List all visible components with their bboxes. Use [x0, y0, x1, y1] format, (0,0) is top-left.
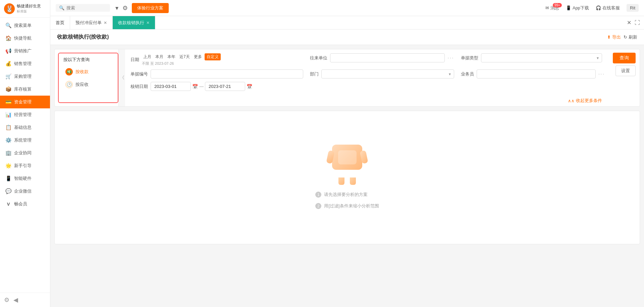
- this-year-btn[interactable]: 本年: [166, 53, 177, 60]
- more-btn[interactable]: 更多: [193, 53, 203, 60]
- search-input[interactable]: [66, 5, 107, 10]
- filter-form-area: 日期 上月 本月 本年 近7天 更多 自定义: [125, 49, 640, 106]
- filter-verify-date-field: 核销日期 📅 — 📅: [130, 82, 306, 91]
- settings-gear-icon[interactable]: ⚙: [122, 4, 128, 12]
- sidebar-item-quicknav[interactable]: 🏠 快捷导航: [0, 32, 50, 45]
- sidebar-item-label: 采购管理: [14, 73, 32, 80]
- sidebar-item-sales[interactable]: 💰 销售管理: [0, 57, 50, 70]
- verify-date-end[interactable]: [205, 82, 245, 91]
- collapse-sidebar-icon[interactable]: ◀: [13, 296, 18, 304]
- export-icon: ⬆: [607, 35, 611, 40]
- export-button[interactable]: ⬆ 导出: [607, 34, 621, 40]
- counterpart-more-icon[interactable]: ···: [447, 55, 454, 61]
- verify-date-start[interactable]: [151, 82, 191, 91]
- filter-dept-field: 部门: [310, 69, 454, 79]
- sidebar-item-label: 搜索菜单: [14, 22, 32, 29]
- verify-date-end-cal-icon[interactable]: 📅: [247, 84, 252, 89]
- gear-icon[interactable]: ▾: [115, 4, 118, 12]
- refresh-button[interactable]: ↻ 刷新: [624, 34, 637, 40]
- app-download-button[interactable]: 📱 App下载: [566, 5, 589, 11]
- receivable-option-label: 按应收: [75, 82, 89, 88]
- tab-collection[interactable]: 收款核销执行 ✕: [113, 16, 155, 29]
- tab-prepayment[interactable]: 预付冲应付单 ✕: [70, 16, 113, 29]
- sidebar-item-wechat[interactable]: 💬 企业微信: [0, 185, 50, 198]
- export-label: 导出: [612, 34, 621, 40]
- filter-option-by-receivable[interactable]: 🕐 按应收: [59, 78, 118, 91]
- sidebar-footer: ⚙ ◀: [0, 293, 50, 307]
- filter-sidebar-title: 按以下方查询: [59, 56, 118, 65]
- app-label: App下载: [573, 5, 589, 11]
- sidebar-item-guide[interactable]: 🌟 新手引导: [0, 159, 50, 172]
- maximize-tab-button[interactable]: ⛶: [633, 18, 641, 27]
- query-button[interactable]: 查询: [613, 53, 636, 63]
- sidebar-item-label: 库存核算: [14, 86, 32, 92]
- this-month-btn[interactable]: 本月: [154, 53, 165, 60]
- industry-solution-button[interactable]: 体验行业方案: [132, 3, 169, 13]
- staff-more-icon[interactable]: ···: [598, 71, 605, 77]
- date-quick-buttons: 上月 本月 本年 近7天 更多 自定义: [142, 53, 221, 60]
- collapse-arrow-icon: 《: [120, 75, 124, 81]
- filter-counterpart-field: 往来单位 ···: [310, 53, 454, 62]
- doctype-label: 单据类型: [461, 55, 478, 61]
- sidebar-item-basic[interactable]: 📋 基础信息: [0, 121, 50, 134]
- sidebar-item-member[interactable]: V 畅会员: [0, 198, 50, 210]
- last-7days-btn[interactable]: 近7天: [178, 53, 191, 60]
- sidebar-item-label: 营销推广: [14, 48, 32, 54]
- last-month-btn[interactable]: 上月: [142, 53, 153, 60]
- sidebar-item-operation[interactable]: 📊 经营管理: [0, 108, 50, 121]
- system-icon: ⚙️: [5, 137, 11, 143]
- tab-home[interactable]: 首页: [50, 16, 70, 29]
- sidebar-item-purchase[interactable]: 🛒 采购管理: [0, 70, 50, 83]
- operation-icon: 📊: [5, 112, 11, 118]
- main-area: 🔍 ▾ ⚙ 体验行业方案 ✉ 消息 99+ 📱 App下载 🎧 在线客服 Rit: [50, 0, 644, 307]
- collection-tab-close-icon[interactable]: ✕: [146, 20, 150, 25]
- collapse-more-label: 收起更多条件: [576, 98, 602, 104]
- filter-panel: 按以下方查询 💵 按收款 🕐 按应收 《: [54, 49, 640, 107]
- counterpart-input[interactable]: [330, 53, 445, 62]
- topbar-right: ✉ 消息 99+ 📱 App下载 🎧 在线客服 Rit: [545, 4, 639, 12]
- sidebar-item-capital[interactable]: 💳 资金管理: [0, 96, 50, 108]
- dept-select[interactable]: [321, 69, 454, 79]
- purchase-icon: 🛒: [5, 73, 11, 80]
- sidebar-item-search[interactable]: 🔍 搜索菜单: [0, 19, 50, 32]
- collapse-more-area: ∧∧ 收起更多条件: [130, 94, 605, 104]
- docno-input[interactable]: [151, 69, 303, 79]
- sidebar-item-marketing[interactable]: 📢 营销推广: [0, 45, 50, 57]
- settings-icon[interactable]: ⚙: [4, 296, 9, 304]
- doctype-select[interactable]: [481, 53, 602, 62]
- prepayment-tab-close-icon[interactable]: ✕: [104, 20, 107, 25]
- topbar: 🔍 ▾ ⚙ 体验行业方案 ✉ 消息 99+ 📱 App下载 🎧 在线客服 Rit: [50, 0, 644, 16]
- custom-date-badge[interactable]: 自定义: [205, 53, 221, 60]
- sidebar-item-label: 新手引导: [14, 163, 32, 169]
- sidebar-item-inventory[interactable]: 📦 库存核算: [0, 83, 50, 96]
- service-label: 在线客服: [602, 5, 620, 11]
- date-hint: 不限 至 2023-07-26: [142, 61, 221, 66]
- user-avatar[interactable]: Rit: [627, 4, 639, 12]
- filter-collapse-button[interactable]: 《: [118, 49, 125, 106]
- filter-option-by-receipt[interactable]: 💵 按收款: [59, 65, 118, 78]
- staff-input[interactable]: [477, 69, 596, 79]
- doctype-select-wrapper: [481, 53, 602, 62]
- search-icon: 🔍: [5, 22, 11, 29]
- collapse-more-button[interactable]: ∧∧ 收起更多条件: [568, 95, 602, 104]
- sidebar-item-system[interactable]: ⚙️ 系统管理: [0, 134, 50, 147]
- close-tab-button[interactable]: ✕: [626, 18, 633, 27]
- sidebar-item-enterprise[interactable]: 🏢 企业协同: [0, 147, 50, 159]
- date-label: 日期: [130, 57, 139, 63]
- filter-actions: 查询 设置: [610, 49, 640, 106]
- sidebar-item-label: 资金管理: [14, 99, 32, 105]
- counterpart-label: 往来单位: [310, 55, 327, 61]
- sidebar-item-label: 经营管理: [14, 112, 32, 118]
- search-bar[interactable]: 🔍: [56, 4, 110, 12]
- verify-date-start-cal-icon[interactable]: 📅: [192, 84, 198, 89]
- receivable-option-icon: 🕐: [65, 81, 73, 88]
- sidebar-item-hardware[interactable]: 📱 智能硬件: [0, 172, 50, 185]
- app-version: 标准版: [17, 9, 41, 14]
- message-icon: ✉: [545, 5, 549, 10]
- message-button[interactable]: ✉ 消息 99+: [545, 5, 559, 11]
- sidebar-item-label: 智能硬件: [14, 175, 32, 182]
- enterprise-icon: 🏢: [5, 150, 11, 156]
- setting-button[interactable]: 设置: [615, 65, 636, 76]
- online-service-button[interactable]: 🎧 在线客服: [596, 5, 620, 11]
- member-icon: V: [5, 202, 11, 207]
